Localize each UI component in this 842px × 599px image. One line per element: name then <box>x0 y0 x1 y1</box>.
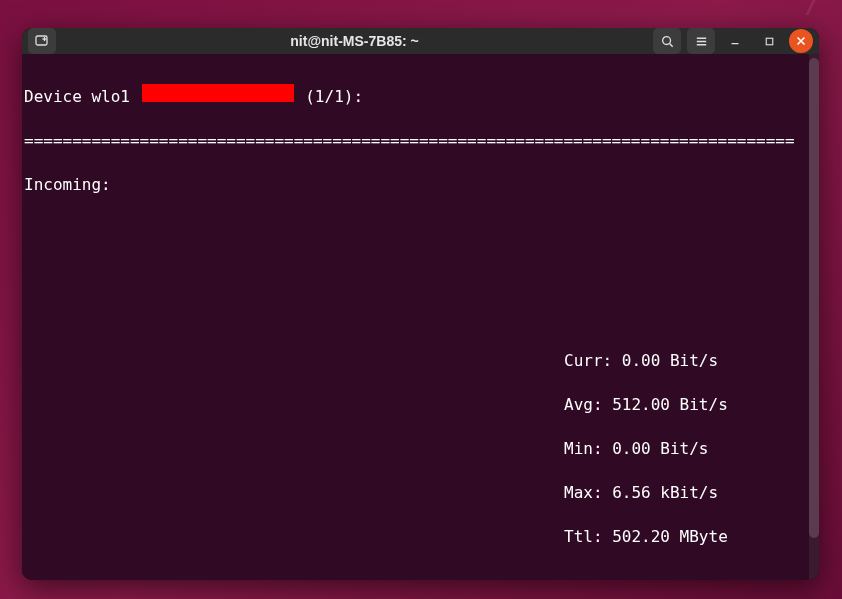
svg-rect-0 <box>36 36 47 45</box>
incoming-avg: Avg: 512.00 Bit/s <box>564 394 801 416</box>
incoming-min: Min: 0.00 Bit/s <box>564 438 801 460</box>
window-title: nit@nit-MS-7B85: ~ <box>62 33 647 49</box>
incoming-max: Max: 6.56 kBit/s <box>564 482 801 504</box>
divider-line: ========================================… <box>24 130 801 152</box>
new-tab-icon <box>34 33 50 49</box>
titlebar: nit@nit-MS-7B85: ~ <box>22 28 819 54</box>
hamburger-icon <box>694 34 709 49</box>
svg-rect-9 <box>766 38 773 45</box>
maximize-button[interactable] <box>755 28 783 54</box>
desktop-background: nit@nit-MS-7B85: ~ <box>0 0 842 599</box>
scrollbar-track[interactable] <box>809 54 819 580</box>
menu-button[interactable] <box>687 28 715 54</box>
incoming-ttl: Ttl: 502.20 MByte <box>564 526 801 548</box>
device-prefix: Device wlo1 <box>24 86 140 108</box>
maximize-icon <box>763 35 776 48</box>
close-icon <box>795 35 807 47</box>
incoming-label: Incoming: <box>24 174 801 196</box>
minimize-button[interactable] <box>721 28 749 54</box>
search-button[interactable] <box>653 28 681 54</box>
incoming-stats: Curr: 0.00 Bit/s Avg: 512.00 Bit/s Min: … <box>564 328 801 570</box>
new-tab-button[interactable] <box>28 28 56 54</box>
device-suffix: (1/1): <box>296 86 363 108</box>
redacted-block <box>142 84 294 102</box>
close-button[interactable] <box>789 29 813 53</box>
svg-point-3 <box>662 36 670 44</box>
search-icon <box>660 34 675 49</box>
minimize-icon <box>728 34 742 48</box>
device-line: Device wlo1 (1/1): <box>24 84 801 108</box>
scrollbar-thumb[interactable] <box>809 58 819 538</box>
terminal-window: nit@nit-MS-7B85: ~ <box>22 28 819 580</box>
incoming-curr: Curr: 0.00 Bit/s <box>564 350 801 372</box>
terminal-content[interactable]: Device wlo1 (1/1): =====================… <box>22 54 809 580</box>
svg-line-4 <box>669 43 672 46</box>
